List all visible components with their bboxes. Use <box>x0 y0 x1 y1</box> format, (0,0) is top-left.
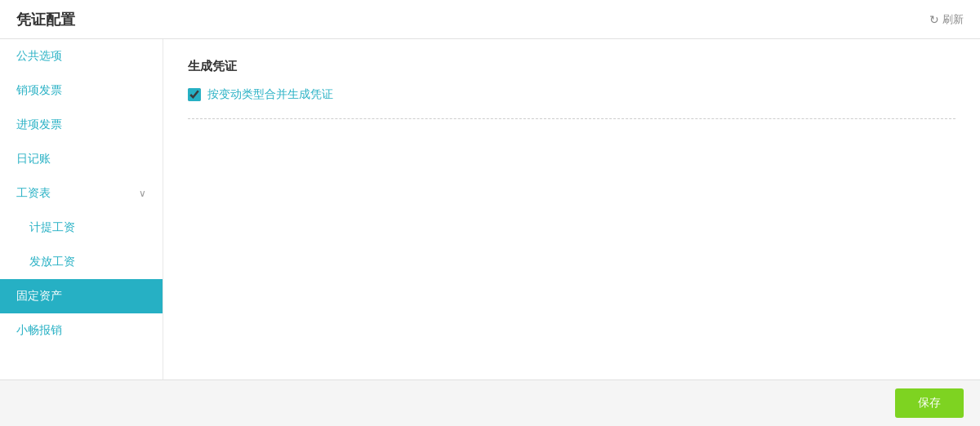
merge-by-type-checkbox[interactable] <box>188 88 201 101</box>
refresh-label: 刷新 <box>942 12 964 27</box>
sidebar-item-payroll-pay[interactable]: 发放工资 <box>0 245 163 279</box>
sidebar-item-purchase-invoice[interactable]: 进项发票 <box>0 108 163 142</box>
sidebar-item-label: 小畅报销 <box>16 323 62 338</box>
refresh-button[interactable]: ↻ 刷新 <box>929 12 964 27</box>
body-area: 公共选项销项发票进项发票日记账工资表∨计提工资发放工资固定资产小畅报销 生成凭证… <box>0 39 980 379</box>
refresh-icon: ↻ <box>929 13 939 26</box>
sidebar-item-journal[interactable]: 日记账 <box>0 142 163 176</box>
sidebar-item-expense-report[interactable]: 小畅报销 <box>0 313 163 348</box>
chevron-down-icon: ∨ <box>139 188 146 199</box>
sidebar: 公共选项销项发票进项发票日记账工资表∨计提工资发放工资固定资产小畅报销 <box>0 39 163 379</box>
page-title: 凭证配置 <box>16 10 75 29</box>
page-header: 凭证配置 ↻ 刷新 <box>0 0 980 39</box>
sidebar-item-label: 固定资产 <box>16 289 62 304</box>
sidebar-item-payroll-table[interactable]: 工资表∨ <box>0 176 163 211</box>
section-divider <box>188 118 956 119</box>
sidebar-item-label: 工资表 <box>16 186 51 201</box>
page-footer: 保存 <box>0 379 980 426</box>
section-title: 生成凭证 <box>188 59 956 74</box>
sidebar-item-label: 销项发票 <box>16 83 62 98</box>
sidebar-item-label: 计提工资 <box>29 220 75 235</box>
checkbox-row: 按变动类型合并生成凭证 <box>188 87 956 102</box>
save-button[interactable]: 保存 <box>895 388 964 418</box>
page-wrapper: 凭证配置 ↻ 刷新 公共选项销项发票进项发票日记账工资表∨计提工资发放工资固定资… <box>0 0 980 426</box>
sidebar-item-label: 发放工资 <box>29 255 75 269</box>
sidebar-item-payroll-accrue[interactable]: 计提工资 <box>0 211 163 245</box>
sidebar-item-sales-invoice[interactable]: 销项发票 <box>0 73 163 108</box>
merge-by-type-label[interactable]: 按变动类型合并生成凭证 <box>207 87 333 102</box>
sidebar-item-fixed-assets[interactable]: 固定资产 <box>0 279 163 313</box>
sidebar-item-public-options[interactable]: 公共选项 <box>0 39 163 73</box>
sidebar-item-label: 公共选项 <box>16 49 62 64</box>
sidebar-item-label: 进项发票 <box>16 118 62 132</box>
sidebar-item-label: 日记账 <box>16 152 51 166</box>
main-content: 生成凭证 按变动类型合并生成凭证 <box>163 39 980 379</box>
